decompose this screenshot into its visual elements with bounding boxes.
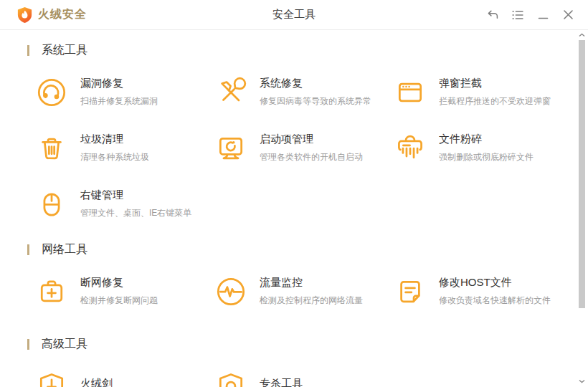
trash-can-icon [36, 133, 67, 164]
back-icon[interactable] [485, 8, 500, 22]
tools-grid: 火绒剑 专杀工具 [36, 370, 566, 387]
tool-item-popup-blocker[interactable]: 弹窗拦截 拦截程序推送的不受欢迎弹窗 [394, 76, 574, 108]
scroll-up-arrow[interactable] [577, 31, 587, 39]
tool-item-network-repair[interactable]: 断网修复 检测并修复断网问题 [36, 275, 215, 307]
tool-title: 漏洞修复 [80, 77, 158, 90]
app-window: 火绒安全 安全工具 [0, 0, 588, 387]
scrollbar-thumb[interactable] [579, 40, 585, 308]
scrollbar[interactable] [577, 31, 587, 387]
tool-title: 右键管理 [80, 188, 191, 202]
mouse-icon [36, 188, 67, 220]
pulse-gauge-icon [215, 276, 247, 307]
tool-title: 流量监控 [260, 276, 363, 290]
tool-item-traffic-monitor[interactable]: 流量监控 检测及控制程序的网络流量 [215, 275, 394, 307]
tool-desc: 修改负责域名快速解析的文件 [439, 295, 551, 307]
section-accent-bar [27, 339, 29, 350]
tool-title: 系统修复 [260, 77, 371, 90]
tool-desc: 检测及控制程序的网络流量 [260, 295, 363, 307]
section-header: 系统工具 [27, 44, 566, 56]
menu-list-icon[interactable] [511, 8, 525, 22]
tool-item-modify-host-file[interactable]: 修改HOST文件 修改负责域名快速解析的文件 [394, 275, 574, 307]
tool-item-system-repair[interactable]: 系统修复 修复因病毒等导致的系统异常 [215, 76, 394, 108]
tool-desc: 检测并修复断网问题 [80, 295, 158, 307]
tool-desc: 扫描并修复系统漏洞 [80, 95, 158, 108]
tool-item-startup-manager[interactable]: 启动项管理 管理各类软件的开机自启动 [215, 132, 394, 164]
document-lines-icon [394, 276, 426, 307]
tools-grid: 漏洞修复 扫描并修复系统漏洞 系统修复 [36, 76, 566, 220]
tool-desc: 管理文件、桌面、IE右键菜单 [80, 207, 191, 219]
tool-item-junk-clean[interactable]: 垃圾清理 清理各种系统垃圾 [36, 132, 215, 164]
tools-grid: 断网修复 检测并修复断网问题 流量监控 检测及控制程序的网络流量 [36, 275, 566, 307]
tool-title: 断网修复 [80, 276, 158, 290]
section-accent-bar [27, 244, 29, 255]
app-name: 火绒安全 [38, 7, 87, 22]
section-header: 高级工具 [27, 338, 566, 350]
tool-item-special-killing-tools[interactable]: 专杀工具 [215, 370, 394, 387]
tool-title: 文件粉碎 [439, 133, 534, 146]
tool-desc: 拦截程序推送的不受欢迎弹窗 [439, 95, 551, 108]
section-system-tools: 系统工具 漏洞修复 扫描并修复系统漏洞 [27, 44, 566, 220]
popup-window-icon [394, 77, 426, 108]
brand: 火绒安全 [17, 6, 87, 23]
tool-title: 启动项管理 [260, 133, 363, 146]
tool-title: 弹窗拦截 [439, 77, 551, 90]
monitor-power-icon [215, 133, 247, 164]
tool-desc: 强制删除或彻底粉碎文件 [439, 151, 534, 163]
titlebar: 火绒安全 安全工具 [0, 0, 588, 30]
tool-title: 修改HOST文件 [439, 276, 551, 290]
first-aid-kit-icon [36, 276, 67, 307]
minimize-icon[interactable] [536, 8, 550, 22]
tool-item-context-menu-manager[interactable]: 右键管理 管理文件、桌面、IE右键菜单 [36, 188, 215, 220]
tool-item-vulnerability-fix[interactable]: 漏洞修复 扫描并修复系统漏洞 [36, 76, 215, 108]
app-logo-icon [17, 6, 32, 23]
scroll-down-arrow[interactable] [577, 377, 587, 386]
close-icon[interactable] [561, 8, 575, 22]
tool-title: 专杀工具 [260, 377, 303, 387]
tool-desc: 清理各种系统垃圾 [80, 151, 149, 163]
tools-page: 系统工具 漏洞修复 扫描并修复系统漏洞 [0, 30, 588, 387]
crossed-tools-icon [215, 77, 247, 108]
window-controls [485, 8, 575, 22]
section-header: 网络工具 [27, 244, 566, 255]
shredder-icon [394, 133, 426, 164]
shield-sword-icon [36, 371, 67, 387]
tool-item-huorong-sword[interactable]: 火绒剑 [36, 370, 215, 387]
vulnerability-scan-icon [36, 77, 67, 108]
tool-title: 垃圾清理 [80, 133, 149, 146]
section-advanced-tools: 高级工具 火绒剑 [27, 338, 566, 387]
shield-virus-icon [215, 371, 247, 387]
tool-desc: 管理各类软件的开机自启动 [260, 151, 363, 163]
tool-desc: 修复因病毒等导致的系统异常 [260, 95, 371, 108]
section-accent-bar [27, 45, 29, 56]
tool-title: 火绒剑 [80, 377, 113, 387]
tool-item-file-shredder[interactable]: 文件粉碎 强制删除或彻底粉碎文件 [394, 132, 574, 164]
section-network-tools: 网络工具 断网修复 检测并修复断网问题 [27, 244, 566, 307]
